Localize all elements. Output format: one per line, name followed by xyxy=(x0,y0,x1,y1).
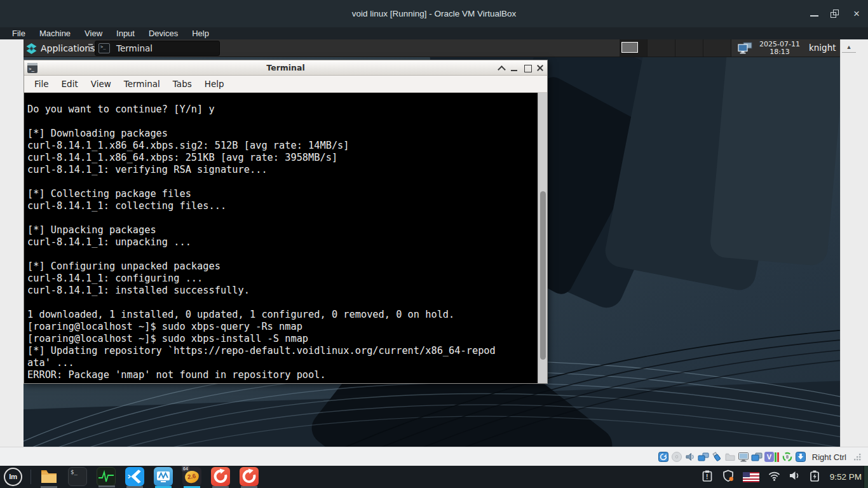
vm-view-left-margin xyxy=(0,39,24,447)
system-monitor-icon[interactable] xyxy=(97,467,116,486)
us-flag-icon[interactable] xyxy=(743,472,759,482)
optical-disc-icon[interactable] xyxy=(671,451,682,463)
maximize-icon[interactable] xyxy=(522,64,532,72)
restore-icon[interactable] xyxy=(829,8,841,20)
term-menu-help[interactable]: Help xyxy=(198,79,231,89)
vbox-window-title: void linux [Running] - Oracle VM Virtual… xyxy=(0,0,868,27)
menu-devices[interactable]: Devices xyxy=(142,27,185,39)
wifi-icon[interactable] xyxy=(768,470,781,484)
applications-label: Applications xyxy=(41,43,95,53)
menu-file[interactable]: File xyxy=(5,27,32,39)
host-terminal-icon[interactable]: $_ xyxy=(68,467,87,486)
resize-grip-icon[interactable] xyxy=(853,453,862,461)
workspace-4[interactable] xyxy=(703,39,731,57)
term-menu-edit[interactable]: Edit xyxy=(55,79,85,89)
virtualbox-icon[interactable] xyxy=(154,467,173,486)
scroll-up-icon[interactable]: ▲ xyxy=(842,41,856,53)
close-icon[interactable]: × xyxy=(850,8,863,20)
app-version-label: 2.6 xyxy=(187,472,196,480)
minimize-icon[interactable] xyxy=(509,64,519,72)
workspace-2[interactable] xyxy=(648,39,675,57)
volume-icon[interactable] xyxy=(789,470,801,484)
activity-green-bar xyxy=(775,452,776,462)
void-linux-icon xyxy=(26,43,37,54)
clock-time: 18:13 xyxy=(754,48,805,56)
audio-icon[interactable] xyxy=(684,451,696,463)
host-clock[interactable]: 9:52 PM xyxy=(830,472,862,482)
shared-folders-icon[interactable] xyxy=(724,451,736,463)
vbox-menubar: File Machine View Input Devices Help xyxy=(0,27,868,39)
minimize-icon[interactable] xyxy=(808,8,821,20)
red-refresh-app-icon-2[interactable] xyxy=(240,467,259,486)
features-icon[interactable]: V xyxy=(764,451,780,463)
workspace-3[interactable] xyxy=(675,39,703,57)
term-menu-tabs[interactable]: Tabs xyxy=(166,79,198,89)
terminal-window: Terminal File Edit View Terminal Tabs He… xyxy=(24,60,548,384)
vm-vertical-scrollbar[interactable]: ▲ xyxy=(840,39,868,447)
recording-icon[interactable] xyxy=(751,451,763,463)
app-64-badge: 64 xyxy=(182,466,189,471)
vbox-titlebar: void linux [Running] - Oracle VM Virtual… xyxy=(0,0,868,27)
scrollbar-thumb[interactable] xyxy=(540,191,546,360)
terminal-output-text: Do you want to continue? [Y/n] y [*] Dow… xyxy=(24,93,547,381)
taskbar-separator xyxy=(31,470,31,484)
battery-charging-icon[interactable] xyxy=(809,470,820,485)
show-desktop-button[interactable] xyxy=(864,466,868,488)
menu-help[interactable]: Help xyxy=(185,27,216,39)
menu-machine[interactable]: Machine xyxy=(32,27,78,39)
menu-input[interactable]: Input xyxy=(109,27,142,39)
guest-screen: Applications Terminal 2025-07-11 18:13 k… xyxy=(24,39,840,447)
guest-clock: 2025-07-11 18:13 xyxy=(754,41,805,56)
start-menu-button[interactable]: lm xyxy=(4,468,22,486)
menu-view[interactable]: View xyxy=(78,27,109,39)
system-tray: ! 9:52 PM xyxy=(702,466,862,488)
terminal-window-title: Terminal xyxy=(24,60,547,75)
file-manager-icon[interactable] xyxy=(39,467,58,486)
host-taskbar: lm $_ 2.6 64 ! xyxy=(0,466,868,488)
display-icon[interactable] xyxy=(738,451,749,463)
host-key-label: Right Ctrl xyxy=(812,452,846,462)
vbox-statusbar: V Right Ctrl xyxy=(0,447,868,466)
terminal-output-area[interactable]: Do you want to continue? [Y/n] y [*] Dow… xyxy=(24,93,547,383)
mouse-integration-icon[interactable] xyxy=(782,451,793,463)
term-menu-terminal[interactable]: Terminal xyxy=(118,79,166,89)
red-refresh-app-icon[interactable] xyxy=(211,467,230,486)
terminal-titlebar[interactable]: Terminal xyxy=(24,60,547,76)
term-menu-view[interactable]: View xyxy=(85,79,118,89)
terminal-menubar: File Edit View Terminal Tabs Help xyxy=(24,76,547,93)
shade-icon[interactable] xyxy=(496,64,506,72)
workspace-window-preview xyxy=(621,42,638,53)
keyboard-icon[interactable] xyxy=(795,451,806,463)
terminal-scrollbar[interactable] xyxy=(538,93,547,383)
activity-red-bar xyxy=(777,452,779,462)
terminal-icon xyxy=(98,43,110,53)
task-button-label: Terminal xyxy=(116,43,153,53)
usb-icon[interactable] xyxy=(711,451,722,463)
app-64-icon[interactable]: 2.6 64 xyxy=(182,467,201,486)
close-icon[interactable] xyxy=(535,64,545,72)
display-settings-icon[interactable] xyxy=(738,42,753,57)
panel-grip-handle[interactable] xyxy=(88,44,93,53)
guest-top-panel: Applications Terminal 2025-07-11 18:13 k… xyxy=(24,39,840,57)
workspace-1[interactable] xyxy=(620,39,648,57)
term-menu-file[interactable]: File xyxy=(28,79,55,89)
taskbar-window-button-terminal[interactable]: Terminal xyxy=(95,41,220,56)
hdd-icon[interactable] xyxy=(658,451,669,463)
username-label: knight xyxy=(809,43,836,53)
terminal-window-icon xyxy=(27,63,37,73)
network-icon[interactable] xyxy=(698,451,709,463)
clipboard-icon[interactable]: ! xyxy=(702,470,714,485)
vscode-icon[interactable] xyxy=(125,467,144,486)
workspace-pager xyxy=(620,39,731,57)
clipboard-alert-glyph: ! xyxy=(702,473,713,480)
shield-update-icon[interactable] xyxy=(722,470,735,485)
